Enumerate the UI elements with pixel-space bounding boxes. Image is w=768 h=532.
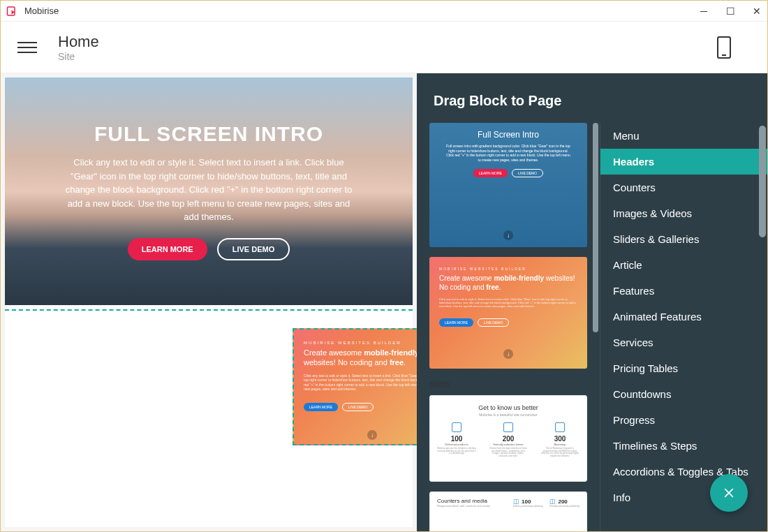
category-item[interactable]: Progress bbox=[600, 407, 767, 433]
block-thumb-counters-media[interactable]: Counters and media Responsive block with… bbox=[429, 492, 587, 531]
app-toolbar: Home Site bbox=[1, 22, 767, 73]
category-item[interactable]: Pricing Tables bbox=[600, 355, 767, 381]
block-categories-list[interactable]: MenuHeadersCountersImages & VideosSlider… bbox=[600, 123, 767, 531]
drag-description: Click any text to edit or style it. Sele… bbox=[304, 374, 417, 392]
drag-pretitle: MOBIRISE WEBSITES BUILDER bbox=[304, 341, 417, 345]
scroll-down-icon: ↓ bbox=[367, 430, 377, 440]
category-item[interactable]: Features bbox=[600, 278, 767, 304]
window-maximize-button[interactable]: ☐ bbox=[725, 6, 735, 16]
drag-live-demo-button: LIVE DEMO bbox=[342, 403, 374, 411]
dragging-block-preview[interactable]: MOBIRISE WEBSITES BUILDER Create awesome… bbox=[293, 328, 417, 445]
drag-learn-more-button: LEARN MORE bbox=[304, 403, 338, 411]
blocks-scrollbar[interactable] bbox=[593, 123, 598, 332]
close-icon bbox=[722, 486, 736, 500]
panel-header: Drag Block to Page bbox=[417, 73, 767, 123]
category-item[interactable]: Timelines & Steps bbox=[600, 433, 767, 459]
block-thumb-fullscreen-intro[interactable]: Full Screen Intro Full screen intro with… bbox=[429, 123, 587, 247]
category-item[interactable]: Article bbox=[600, 252, 767, 278]
window-close-button[interactable]: ✕ bbox=[752, 6, 762, 16]
window-titlebar: Mobirise ─ ☐ ✕ bbox=[1, 1, 767, 22]
block-thumb-counters[interactable]: Get to know us better Mobirise is a beau… bbox=[429, 395, 587, 482]
page-info: Home Site bbox=[58, 33, 717, 62]
page-subtitle: Site bbox=[58, 51, 717, 62]
close-panel-button[interactable] bbox=[710, 474, 748, 512]
blocks-panel: Drag Block to Page Full Screen Intro Ful… bbox=[417, 73, 767, 531]
category-item[interactable]: Images & Videos bbox=[600, 200, 767, 226]
counter-media-item: ◫100Delivery and desktop publishing bbox=[513, 498, 542, 508]
window-minimize-button[interactable]: ─ bbox=[699, 6, 709, 16]
category-item[interactable]: Counters bbox=[600, 175, 767, 200]
block-thumbnails-list[interactable]: Full Screen Intro Full screen intro with… bbox=[417, 123, 600, 531]
block-thumb-gradient-intro[interactable]: MOBIRISE WEBSITES BUILDER Create awesome… bbox=[429, 257, 587, 369]
intro-title[interactable]: FULL SCREEN INTRO bbox=[94, 122, 323, 146]
drop-target-indicator bbox=[5, 309, 413, 311]
intro-hero-block[interactable]: FULL SCREEN INTRO Click any text to edit… bbox=[5, 77, 413, 305]
app-title: Mobirise bbox=[24, 6, 699, 16]
counter-column: 200Friendly websites themeChoose from th… bbox=[488, 422, 529, 457]
mobile-preview-icon[interactable] bbox=[717, 36, 731, 59]
svg-rect-0 bbox=[8, 7, 15, 15]
page-title: Home bbox=[58, 33, 717, 51]
category-item[interactable]: Services bbox=[600, 330, 767, 355]
category-item[interactable]: Menu bbox=[600, 123, 767, 149]
counter-media-item: ◫200Friendly and modular publishing bbox=[549, 498, 579, 508]
categories-scrollbar[interactable] bbox=[759, 126, 766, 237]
canvas-area[interactable]: FULL SCREEN INTRO Click any text to edit… bbox=[1, 73, 417, 531]
counter-column: 300BootstrapOne of Bootstrap's big point… bbox=[540, 422, 580, 457]
hamburger-menu-icon[interactable] bbox=[17, 42, 37, 53]
learn-more-button[interactable]: LEARN MORE bbox=[128, 238, 207, 260]
drag-headline: Create awesome mobile-friendly websites!… bbox=[304, 348, 417, 368]
scroll-down-icon: ↓ bbox=[503, 349, 513, 359]
intro-description[interactable]: Click any text to edit or style it. Sele… bbox=[62, 156, 355, 224]
app-logo-icon bbox=[6, 5, 19, 17]
live-demo-button[interactable]: LIVE DEMO bbox=[217, 238, 290, 260]
category-item[interactable]: Animated Features bbox=[600, 304, 767, 330]
category-item[interactable]: Countdowns bbox=[600, 381, 767, 407]
counter-column: 100Delivered productsMobirise give you t… bbox=[436, 422, 477, 457]
counters-section-label: nters bbox=[429, 378, 587, 390]
scroll-down-icon: ↓ bbox=[503, 230, 513, 240]
category-item[interactable]: Headers bbox=[600, 149, 767, 175]
category-item[interactable]: Sliders & Galleries bbox=[600, 226, 767, 252]
